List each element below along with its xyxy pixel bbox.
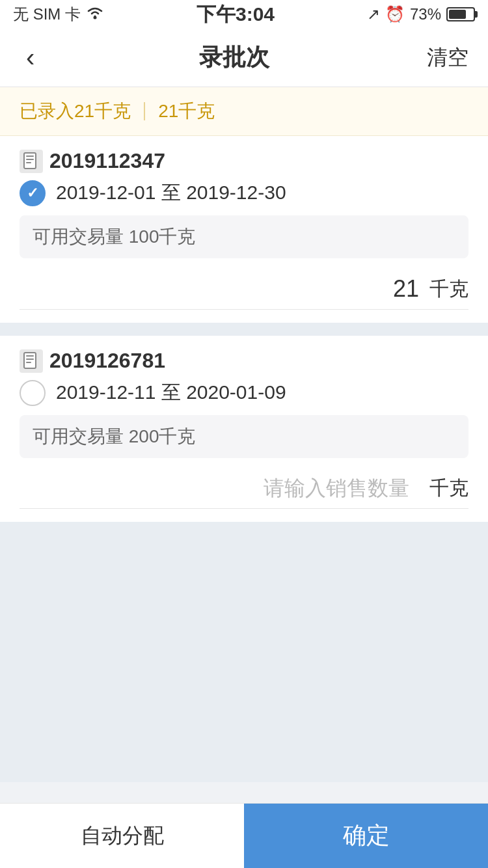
svg-rect-3	[26, 159, 34, 160]
back-button[interactable]: ‹	[20, 36, 41, 79]
clear-button[interactable]: 清空	[427, 44, 468, 72]
recorded-label: 已录入21千克	[20, 99, 131, 124]
page-title: 录批次	[199, 42, 269, 74]
avail-box-2: 可用交易量 200千克	[20, 415, 468, 458]
batch-item-1: 2019112347 2019-12-01 至 2019-12-30 可用交易量…	[0, 136, 488, 323]
svg-rect-7	[26, 359, 34, 360]
batch-separator	[0, 323, 488, 336]
status-bar: 无 SIM 卡 下午3:04 ↗ ⏰ 73%	[0, 0, 488, 29]
batch-date-2: 2019-12-11 至 2020-01-09	[56, 379, 286, 406]
svg-rect-1	[24, 153, 36, 169]
quantity-input-row-2[interactable]: 千克	[20, 468, 468, 509]
quantity-input-2[interactable]	[159, 476, 419, 500]
svg-rect-4	[26, 162, 31, 163]
batch-date-1: 2019-12-01 至 2019-12-30	[56, 180, 286, 206]
empty-area	[0, 522, 488, 782]
status-time: 下午3:04	[197, 1, 275, 28]
quantity-row-1: 21 千克	[20, 269, 468, 310]
batch-date-row-2[interactable]: 2019-12-11 至 2020-01-09	[20, 379, 468, 406]
radio-btn-2[interactable]	[20, 380, 46, 406]
status-right: ↗ ⏰ 73%	[367, 5, 475, 23]
no-sim-text: 无 SIM 卡	[13, 4, 81, 25]
batch-item-2: 2019126781 2019-12-11 至 2020-01-09 可用交易量…	[0, 336, 488, 522]
batch-doc-icon-2	[20, 349, 43, 373]
radio-btn-1[interactable]	[20, 180, 46, 206]
battery-fill	[449, 10, 466, 19]
recorded-value: 21千克	[158, 99, 215, 124]
quantity-value-1: 21	[393, 275, 419, 303]
quantity-unit-2: 千克	[429, 475, 468, 502]
svg-rect-8	[26, 362, 31, 363]
batch-id-2: 2019126781	[49, 349, 165, 373]
status-left: 无 SIM 卡	[13, 4, 104, 25]
svg-point-0	[94, 16, 97, 20]
batch-doc-icon-1	[20, 150, 43, 173]
bottom-bar: 自动分配 确定	[0, 803, 488, 868]
banner-divider	[144, 102, 145, 120]
batch-header-1: 2019112347	[20, 149, 468, 173]
nav-bar: ‹ 录批次 清空	[0, 29, 488, 87]
batch-header-2: 2019126781	[20, 349, 468, 373]
batch-date-row-1[interactable]: 2019-12-01 至 2019-12-30	[20, 180, 468, 206]
batch-id-1: 2019112347	[49, 149, 165, 173]
battery-icon	[446, 7, 475, 21]
svg-rect-5	[24, 353, 36, 368]
info-banner: 已录入21千克 21千克	[0, 87, 488, 136]
auto-distribute-button[interactable]: 自动分配	[0, 804, 244, 868]
alarm-icon: ⏰	[385, 5, 405, 23]
quantity-unit-1: 千克	[429, 276, 468, 303]
battery-percent: 73%	[410, 5, 441, 23]
confirm-button[interactable]: 确定	[244, 804, 488, 868]
avail-box-1: 可用交易量 100千克	[20, 215, 468, 258]
location-icon: ↗	[367, 5, 380, 23]
svg-rect-6	[26, 355, 34, 357]
wifi-icon	[86, 5, 104, 23]
svg-rect-2	[26, 156, 34, 157]
batch-list: 2019112347 2019-12-01 至 2019-12-30 可用交易量…	[0, 136, 488, 782]
